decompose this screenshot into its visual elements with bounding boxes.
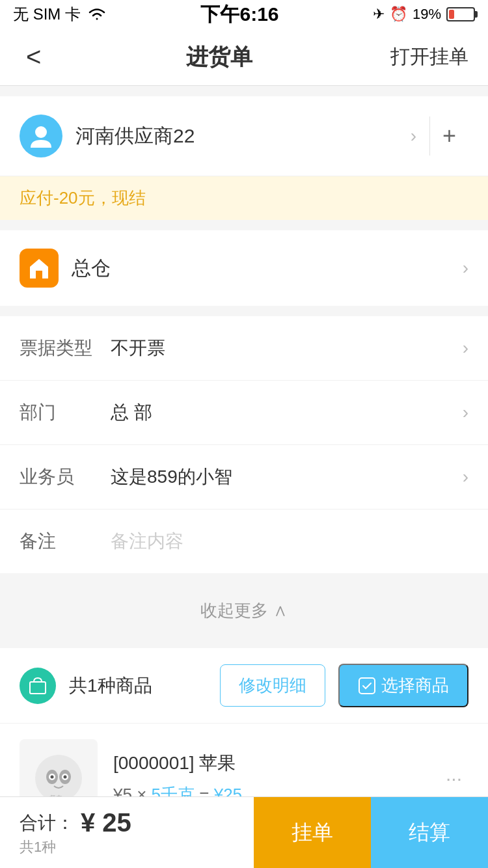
battery-icon bbox=[446, 7, 475, 21]
product-id: [0000001] bbox=[113, 753, 195, 773]
products-header: 共1种商品 修改明细 选择商品 bbox=[0, 648, 488, 724]
collapse-toggle[interactable]: 收起更多 ∧ bbox=[0, 584, 488, 638]
supplier-name: 河南供应商22 bbox=[75, 123, 404, 150]
select-product-icon bbox=[358, 677, 376, 695]
total-text: 合计： bbox=[20, 811, 74, 835]
status-left: 无 SIM 卡 bbox=[13, 4, 107, 25]
total-amount: ¥ 25 bbox=[81, 808, 131, 837]
warehouse-icon bbox=[20, 249, 59, 288]
open-pending-button[interactable]: 打开挂单 bbox=[390, 44, 468, 70]
hang-single-button[interactable]: 挂单 bbox=[254, 797, 371, 868]
salesman-value: 这是859的小智 bbox=[111, 465, 456, 489]
department-row[interactable]: 部门 总 部 › bbox=[0, 381, 488, 445]
supplier-avatar bbox=[20, 115, 62, 157]
department-label: 部门 bbox=[20, 400, 111, 425]
add-supplier-button[interactable]: + bbox=[429, 116, 468, 156]
status-time: 下午6:16 bbox=[200, 1, 278, 28]
divider-1 bbox=[0, 86, 488, 96]
page-title: 进货单 bbox=[186, 42, 252, 72]
warehouse-row[interactable]: 总仓 › bbox=[0, 230, 488, 306]
ticket-type-row[interactable]: 票据类型 不开票 › bbox=[0, 316, 488, 381]
chevron-right-salesman-icon: › bbox=[463, 467, 468, 487]
select-product-label: 选择商品 bbox=[381, 674, 449, 697]
supplier-row[interactable]: 河南供应商22 › + bbox=[0, 96, 488, 176]
total-count: 共1种 bbox=[20, 837, 234, 857]
product-title-text: 苹果 bbox=[199, 753, 236, 773]
product-name: [0000001] 苹果 bbox=[113, 751, 424, 776]
chevron-right-warehouse-icon: › bbox=[463, 258, 468, 278]
svg-point-10 bbox=[64, 776, 67, 779]
person-icon bbox=[28, 123, 54, 149]
salesman-label: 业务员 bbox=[20, 465, 111, 489]
svg-rect-2 bbox=[30, 682, 46, 694]
wifi-icon bbox=[87, 7, 107, 21]
chevron-right-ticket-icon: › bbox=[463, 338, 468, 359]
svg-rect-1 bbox=[36, 271, 42, 278]
chevron-right-dept-icon: › bbox=[463, 402, 468, 423]
battery-percent: 19% bbox=[413, 6, 441, 23]
back-button[interactable]: < bbox=[20, 36, 47, 78]
status-bar: 无 SIM 卡 下午6:16 ✈ ⏰ 19% bbox=[0, 0, 488, 29]
checkout-button[interactable]: 结算 bbox=[371, 797, 488, 868]
warehouse-section: 总仓 › bbox=[0, 230, 488, 306]
products-icon bbox=[20, 668, 56, 704]
chevron-right-icon: › bbox=[411, 126, 416, 146]
location-icon: ✈ bbox=[373, 6, 385, 23]
supplier-section: 河南供应商22 › + 应付-20元，现结 bbox=[0, 96, 488, 220]
department-value: 总 部 bbox=[111, 400, 456, 425]
ticket-type-label: 票据类型 bbox=[20, 336, 111, 360]
svg-rect-3 bbox=[359, 678, 375, 694]
remark-label: 备注 bbox=[20, 529, 111, 554]
remark-placeholder: 备注内容 bbox=[111, 529, 468, 554]
salesman-row[interactable]: 业务员 这是859的小智 › bbox=[0, 445, 488, 509]
modify-detail-button[interactable]: 修改明细 bbox=[220, 664, 325, 707]
warehouse-name: 总仓 bbox=[72, 255, 456, 282]
products-count: 共1种商品 bbox=[69, 673, 207, 698]
house-icon bbox=[27, 256, 51, 280]
total-label: 合计： ¥ 25 bbox=[20, 808, 234, 837]
ticket-type-value: 不开票 bbox=[111, 336, 456, 360]
svg-point-0 bbox=[35, 126, 47, 138]
main-content: 河南供应商22 › + 应付-20元，现结 总仓 › 票据类型 不开票 › 部门 bbox=[0, 86, 488, 868]
nav-bar: < 进货单 打开挂单 bbox=[0, 29, 488, 86]
select-product-button[interactable]: 选择商品 bbox=[338, 664, 468, 707]
product-more-button[interactable]: ··· bbox=[439, 761, 468, 796]
cart-icon bbox=[27, 675, 48, 696]
notice-bar: 应付-20元，现结 bbox=[0, 176, 488, 220]
form-section: 票据类型 不开票 › 部门 总 部 › 业务员 这是859的小智 › 备注 备注… bbox=[0, 316, 488, 573]
remark-row[interactable]: 备注 备注内容 bbox=[0, 509, 488, 573]
bottom-bar: 合计： ¥ 25 共1种 挂单 结算 bbox=[0, 796, 488, 868]
total-section: 合计： ¥ 25 共1种 bbox=[0, 797, 254, 868]
svg-point-9 bbox=[51, 776, 54, 779]
alarm-icon: ⏰ bbox=[390, 6, 407, 23]
status-right: ✈ ⏰ 19% bbox=[373, 6, 475, 23]
network-label: 无 SIM 卡 bbox=[13, 4, 81, 25]
